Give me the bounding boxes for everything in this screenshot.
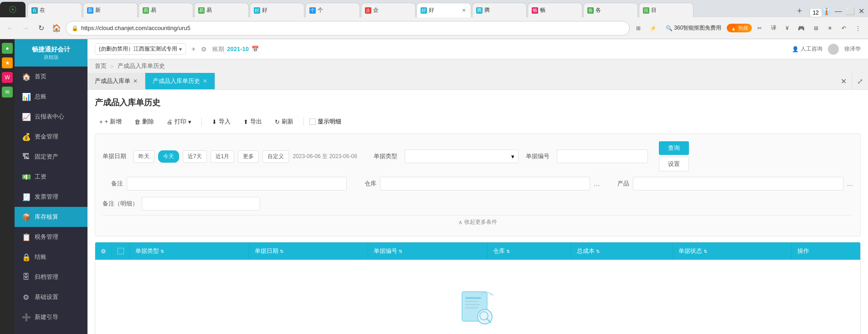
settings-more-icon[interactable]: ⋮ bbox=[852, 23, 864, 33]
new-button[interactable]: + + 新增 bbox=[95, 115, 126, 128]
warehouse-dots[interactable]: ... bbox=[594, 180, 600, 188]
human-service-btn[interactable]: 👤 人工咨询 bbox=[792, 45, 822, 53]
back-button[interactable]: ← bbox=[4, 22, 16, 35]
period-value[interactable]: 2021-10 bbox=[227, 46, 249, 52]
new-tab-button[interactable]: + bbox=[793, 5, 806, 17]
query-button[interactable]: 查询 bbox=[659, 141, 689, 155]
tab-4[interactable]: 易 易 bbox=[194, 3, 249, 17]
undo-icon[interactable]: ↶ bbox=[838, 23, 850, 33]
left-icon-3[interactable]: W bbox=[2, 72, 13, 83]
table-header-warehouse[interactable]: 仓库 ⇅ bbox=[487, 242, 571, 260]
scissors-icon[interactable]: ✂ bbox=[754, 23, 765, 33]
table-header-number[interactable]: 单据编号 ⇅ bbox=[368, 242, 488, 260]
tab-7[interactable]: 企 企 bbox=[361, 3, 416, 17]
product-dots[interactable]: ... bbox=[847, 180, 853, 188]
tab-6[interactable]: 个 个 bbox=[305, 3, 360, 17]
sidebar-item-fixed-assets[interactable]: 🏗 固定资产 bbox=[15, 147, 87, 167]
warehouse-input[interactable] bbox=[380, 177, 590, 190]
tab-8-close-btn[interactable]: ✕ bbox=[461, 7, 467, 14]
breadcrumb-current[interactable]: 产成品入库单历史 bbox=[118, 62, 165, 70]
sidebar-item-salary[interactable]: 💵 工资 bbox=[15, 167, 87, 187]
number-filter-input[interactable] bbox=[557, 149, 648, 163]
table-header-type[interactable]: 单据类型 ⇅ bbox=[130, 242, 249, 260]
sidebar-item-home[interactable]: 🏠 首页 bbox=[15, 67, 87, 87]
tab-11[interactable]: 各 各 bbox=[583, 3, 638, 17]
print-button[interactable]: 🖨 打印 ▾ bbox=[162, 115, 196, 128]
sidebar-item-archive[interactable]: 🗄 归档管理 bbox=[15, 267, 87, 287]
refresh-button[interactable]: ↻ bbox=[35, 22, 47, 35]
search-text[interactable]: 360智能抠图免费用 bbox=[674, 24, 721, 32]
setting-button[interactable]: 设置 bbox=[659, 157, 689, 171]
left-icon-1[interactable]: ● bbox=[2, 43, 13, 54]
settings-btn[interactable]: ⚙ bbox=[201, 46, 207, 53]
yesterday-btn[interactable]: 昨天 bbox=[134, 150, 154, 163]
add-company-btn[interactable]: + bbox=[191, 45, 195, 53]
type-filter-select[interactable]: ▾ bbox=[405, 149, 519, 163]
today-btn[interactable]: 今天 bbox=[158, 150, 179, 163]
tab-3[interactable]: 易 易 bbox=[139, 3, 193, 17]
table-header-gear[interactable]: ⚙ bbox=[95, 242, 112, 260]
calendar-icon[interactable]: 📅 bbox=[252, 46, 259, 52]
show-detail-checkbox[interactable]: 显示明细 bbox=[309, 118, 341, 126]
sidebar-item-reports[interactable]: 📈 云报表中心 bbox=[15, 107, 87, 127]
hot-search-badge[interactable]: 🔥 热搜 bbox=[727, 24, 752, 32]
game-icon[interactable]: 🎮 bbox=[794, 23, 808, 33]
page-tab-history[interactable]: 产成品入库单历史 ✕ bbox=[145, 73, 215, 89]
note-input[interactable] bbox=[127, 177, 347, 190]
custom-date-btn[interactable]: 自定义 bbox=[262, 150, 289, 163]
maximize-page-btn[interactable]: ⤢ bbox=[852, 73, 868, 89]
left-icon-2[interactable]: ★ bbox=[2, 57, 13, 68]
company-selector[interactable]: (勿删勿禁用）江西服宝测试专用 ▾ bbox=[95, 43, 186, 55]
page-tab-list-close[interactable]: ✕ bbox=[133, 78, 138, 84]
week-btn[interactable]: 近7天 bbox=[183, 150, 207, 163]
show-detail-checkbox-box[interactable] bbox=[309, 118, 316, 125]
import-button[interactable]: ⬇ 导入 bbox=[207, 115, 235, 128]
collapse-button[interactable]: ∧ 收起更多条件 bbox=[103, 215, 853, 229]
left-icon-4[interactable]: ✉ bbox=[2, 87, 13, 98]
user-avatar[interactable] bbox=[828, 44, 839, 55]
home-button[interactable]: 🏠 bbox=[50, 22, 63, 35]
apps-icon[interactable]: ⊞ bbox=[810, 23, 822, 33]
tab-2[interactable]: 新 新 bbox=[83, 3, 138, 17]
lightning-icon-button[interactable]: ⚡ bbox=[646, 23, 660, 33]
restore-button[interactable]: ⬜ bbox=[846, 7, 855, 15]
sidebar-item-ledger[interactable]: 📊 总账 bbox=[15, 87, 87, 107]
forward-button[interactable]: → bbox=[19, 22, 32, 35]
translate-icon[interactable]: 译 bbox=[767, 22, 780, 34]
tab-8[interactable]: 好 好 ✕ bbox=[416, 3, 471, 17]
table-header-date[interactable]: 单据日期 ⇅ bbox=[249, 242, 368, 260]
sidebar-item-invoice[interactable]: 🧾 发票管理 bbox=[15, 187, 87, 207]
more-date-btn[interactable]: 更多 bbox=[238, 150, 259, 163]
tab-5[interactable]: 好 好 bbox=[250, 3, 304, 17]
note-detail-input[interactable] bbox=[142, 197, 260, 211]
page-tab-list[interactable]: 产成品入库单 ✕ bbox=[87, 73, 145, 89]
table-header-cost[interactable]: 总成本 ⇅ bbox=[571, 242, 673, 260]
table-header-checkbox[interactable] bbox=[112, 242, 130, 260]
refresh-data-button[interactable]: ↻ 刷新 bbox=[270, 115, 298, 128]
tab-10[interactable]: 畅 畅 bbox=[528, 3, 582, 17]
global-page-close-btn[interactable]: ✕ bbox=[835, 73, 852, 89]
tab-12[interactable]: 目 目 bbox=[639, 3, 693, 17]
breadcrumb-home[interactable]: 首页 bbox=[95, 62, 107, 70]
grid-icon-button[interactable]: ⊞ bbox=[632, 23, 644, 33]
sidebar-item-funds[interactable]: 💰 资金管理 bbox=[15, 127, 87, 147]
table-header-status[interactable]: 单据状态 ⇅ bbox=[673, 242, 792, 260]
minimize-button[interactable]: — bbox=[835, 7, 842, 15]
month-btn[interactable]: 近1月 bbox=[211, 150, 235, 163]
page-tab-history-close[interactable]: ✕ bbox=[203, 78, 207, 84]
sidebar-item-basic[interactable]: ⚙ 基础设置 bbox=[15, 287, 87, 307]
theme-icon[interactable]: ☀ bbox=[824, 23, 836, 33]
sidebar-item-new[interactable]: ➕ 新建引导 bbox=[15, 307, 87, 327]
sidebar-item-settlement[interactable]: 🔒 结账 bbox=[15, 247, 87, 267]
export-button[interactable]: ⬆ 导出 bbox=[239, 115, 267, 128]
close-window-button[interactable]: ✕ bbox=[858, 7, 864, 15]
sidebar-item-inventory[interactable]: 📦 库存核算 bbox=[15, 207, 87, 227]
user-name-display[interactable]: 徐泽华 bbox=[844, 45, 861, 53]
tab-1[interactable]: 在 在 bbox=[27, 3, 82, 17]
sidebar-item-tax[interactable]: 📋 税务管理 bbox=[15, 227, 87, 247]
address-url[interactable]: https://cloud.chanjet.com/accounting/uru… bbox=[81, 25, 624, 31]
tab-9[interactable]: 腾 腾 bbox=[472, 3, 527, 17]
product-input[interactable] bbox=[633, 177, 843, 190]
shirt-icon[interactable]: 👔 bbox=[822, 7, 831, 15]
delete-button[interactable]: 🗑 删除 bbox=[130, 115, 159, 128]
